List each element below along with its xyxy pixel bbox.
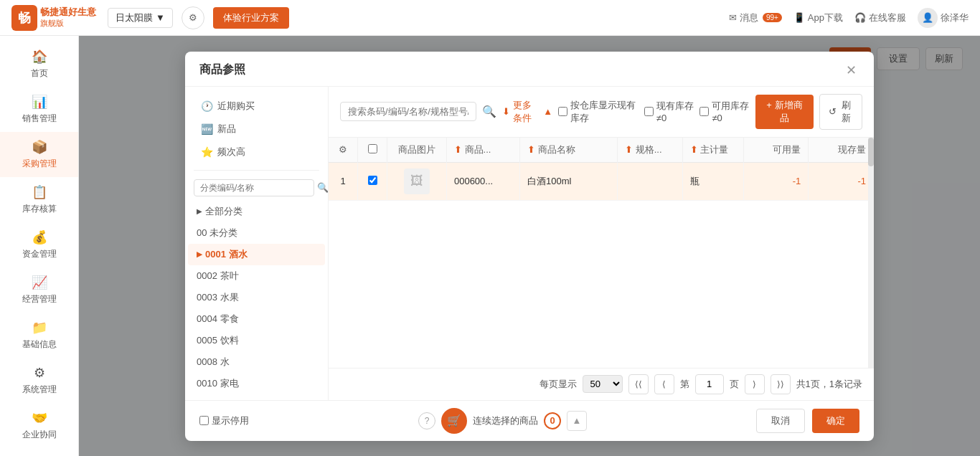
next-page-button[interactable]: ⟩ [745,374,765,394]
col-name-header[interactable]: ⬆ 商品名称 [520,138,618,163]
sidebar-item-system[interactable]: ⚙ 系统管理 [0,358,78,403]
arrow-icon-liquor: ▶ [197,250,202,258]
help-icon[interactable]: ? [418,412,435,429]
col-settings-header[interactable]: ⚙ [329,138,358,163]
avatar: 👤 [918,8,938,28]
category-search-input[interactable] [194,179,314,196]
sidebar-item-guide[interactable]: 🎯 新手引导 [0,448,78,456]
sidebar-item-operations[interactable]: 📈 经营管理 [0,267,78,313]
row-img-cell: 🖼 [387,162,447,200]
inventory-icon: 📋 [32,184,47,200]
scrollbar-thumb[interactable] [868,138,874,166]
tab-recent-purchase[interactable]: 🕐 近期购买 [194,95,319,117]
total-info: 共1页，1条记录 [796,378,862,391]
chevron-up-icon: ▲ [543,106,552,117]
settings-icon[interactable]: ⚙ [182,6,204,29]
collapse-icon[interactable]: ▲ [567,411,587,431]
sales-icon: 📊 [32,94,47,110]
sort-icon-code: ⬆ [454,144,462,155]
prev-page-button[interactable]: ⟨ [654,374,674,394]
sidebar-item-purchase[interactable]: 📦 采购管理 [0,132,78,177]
product-search-input[interactable] [340,102,476,121]
phone-icon: 📱 [793,12,805,23]
category-water[interactable]: 0008 水 [188,351,325,373]
filter-icon: ⬇ [502,106,510,117]
finance-icon: 💰 [32,229,47,245]
row-name-cell: 白酒100ml [520,162,618,200]
dialog-footer: 显示停用 ? 🛒 连续选择的商品 0 ▲ 取消 确定 [185,400,874,441]
dialog-title: 商品参照 [199,62,245,77]
trial-button[interactable]: 体验行业方案 [213,7,289,29]
logo-text: 畅捷通好生意 [40,6,96,18]
user-menu[interactable]: 👤 徐泽华 [918,8,969,28]
cart-icon[interactable]: 🛒 [441,408,467,434]
col-unit-header[interactable]: ⬆ 主计量 [682,138,743,163]
nav-right: ✉ 消息 99+ 📱 App下载 🎧 在线客服 👤 徐泽华 [729,8,969,28]
close-icon[interactable]: ✕ [842,62,859,79]
row-avail-cell: -1 [743,162,809,200]
scrollbar-track[interactable] [868,138,874,368]
message-icon: ✉ [729,12,737,23]
tab-frequent[interactable]: ⭐ 频次高 [194,141,319,163]
left-quick-tabs: 🕐 近期购买 🆕 新品 ⭐ 频次高 [185,92,328,166]
first-page-button[interactable]: ⟨⟨ [628,374,649,394]
stock-ne0-checkbox[interactable]: 现有库存≠0 [644,100,694,123]
sidebar-item-inventory[interactable]: 📋 库存核算 [0,177,78,222]
sidebar-item-finance[interactable]: 💰 资金管理 [0,222,78,267]
messages-button[interactable]: ✉ 消息 99+ [729,11,782,24]
category-tea[interactable]: 0002 茶叶 [188,265,325,287]
sort-icon-name: ⬆ [527,144,535,155]
dialog-toolbar: 🔍 ⬇ 更多条件 ▲ 按仓库显示现有库存 [329,87,874,138]
sidebar-item-sales[interactable]: 📊 销售管理 [0,87,78,132]
product-reference-dialog: 商品参照 ✕ 🕐 近期购买 🆕 [185,52,874,441]
product-image: 🖼 [404,168,430,194]
dialog-body: 🕐 近期购买 🆕 新品 ⭐ 频次高 [185,87,874,400]
purchase-icon: 📦 [32,139,47,155]
filter-button[interactable]: ⬇ 更多条件 ▲ [502,99,552,125]
customer-service-button[interactable]: 🎧 在线客服 [854,11,906,24]
sidebar-item-basic-info[interactable]: 📁 基础信息 [0,313,78,358]
cancel-button[interactable]: 取消 [756,409,805,433]
table-row[interactable]: 1 🖼 000600... [329,162,874,200]
sort-icon-spec: ⬆ [625,144,633,155]
category-unclassified[interactable]: 00 未分类 [188,222,325,244]
category-liquor[interactable]: ▶ 0001 酒水 [188,244,325,265]
star-icon: ⭐ [201,146,213,158]
category-appliances[interactable]: 0010 家电 [188,373,325,394]
avail-ne0-checkbox[interactable]: 可用库存≠0 [699,100,750,123]
nav-dropdown[interactable]: 日太阳膜 ▼ [108,8,173,28]
col-check-header[interactable] [358,138,387,163]
search-btn-icon[interactable]: 🔍 [482,105,496,118]
warehouse-display-checkbox[interactable]: 按仓库显示现有库存 [558,99,639,125]
row-checkbox-cell[interactable] [358,162,387,200]
col-spec-header[interactable]: ⬆ 规格... [618,138,683,163]
top-nav: 畅 畅捷通好生意 旗舰版 日太阳膜 ▼ ⚙ 体验行业方案 ✉ 消息 99+ 📱 … [0,0,980,36]
show-disabled-checkbox[interactable]: 显示停用 [199,414,249,427]
search-icon[interactable]: 🔍 [317,182,329,193]
sidebar-item-home[interactable]: 🏠 首页 [0,42,78,87]
clock-icon: 🕐 [201,100,213,112]
category-all[interactable]: ▶ 全部分类 [188,201,325,222]
refresh-button[interactable]: ↺ 刷新 [819,94,862,130]
col-img-header: 商品图片 [387,138,447,163]
logo-icon: 畅 [11,5,37,31]
product-table: ⚙ 商品图片 ⬆ 商品... ⬆ 商品名称 [329,138,874,201]
sidebar-item-collab[interactable]: 🤝 企业协同 [0,403,78,448]
footer-center: ? 🛒 连续选择的商品 0 ▲ [418,408,587,434]
category-fruits[interactable]: 0003 水果 [188,287,325,308]
add-product-button[interactable]: + 新增商品 [755,95,814,129]
logo-sub: 旗舰版 [40,18,96,29]
last-page-button[interactable]: ⟩⟩ [771,374,791,394]
page-number-input[interactable] [695,374,724,394]
category-snacks[interactable]: 0004 零食 [188,308,325,330]
tab-new-products[interactable]: 🆕 新品 [194,118,319,140]
home-icon: 🏠 [32,49,47,65]
dialog-header: 商品参照 ✕ [185,52,874,87]
confirm-button[interactable]: 确定 [812,409,859,433]
page-size-select[interactable]: 10 20 50 100 [583,375,623,393]
app-download-button[interactable]: 📱 App下载 [793,11,843,24]
col-code-header[interactable]: ⬆ 商品... [446,138,519,163]
row-code-cell: 000600... [446,162,519,200]
category-drinks[interactable]: 0005 饮料 [188,330,325,351]
selected-goods-label: 连续选择的商品 [473,414,538,427]
